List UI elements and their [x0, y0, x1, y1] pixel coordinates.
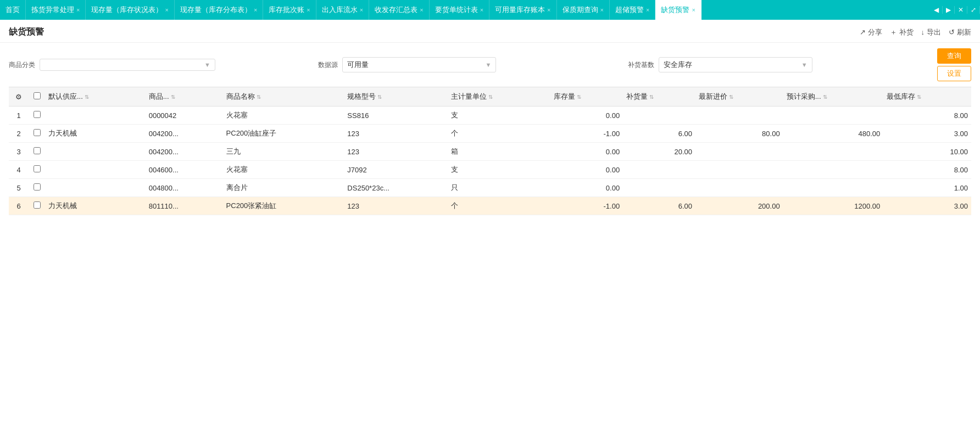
export-button[interactable]: ↓ 导出 [921, 27, 942, 37]
close-tab-abnormal[interactable]: × [76, 7, 80, 13]
sort-product-name-icon[interactable]: ⇅ [257, 94, 261, 100]
sort-default-supplier-icon[interactable]: ⇅ [85, 94, 89, 100]
row-product-code-6: 801110... [146, 197, 223, 215]
row-stock-1: 0.00 [550, 107, 623, 125]
datasource-select[interactable]: 可用量 ▼ [342, 57, 496, 72]
nav-tab-expiry-query[interactable]: 保质期查询 × [557, 0, 610, 20]
replenish-basis-select[interactable]: 安全库存 ▼ [659, 57, 812, 72]
sort-spec-icon[interactable]: ⇅ [377, 94, 382, 100]
table-row[interactable]: 1 0000042 火花塞 SS816 支 0.00 8.00 [9, 107, 971, 125]
row-unit-6: 个 [448, 197, 550, 215]
col-product-name: 商品名称 ⇅ [223, 87, 344, 107]
nav-tab-inventory-dist[interactable]: 现存量（库存分布表） × [175, 0, 263, 20]
row-checkbox-1[interactable] [29, 107, 45, 125]
col-default-supplier: 默认供应... ⇅ [45, 87, 146, 107]
replenish-button[interactable]: ＋ 补货 [890, 27, 914, 37]
table-header: ⚙ 默认供应... ⇅ 商品... ⇅ [9, 87, 971, 107]
col-checkbox-all [29, 87, 45, 107]
row-estimated-purchase-4 [783, 161, 884, 179]
row-stock-3: 0.00 [550, 143, 623, 161]
nav-tab-abnormal[interactable]: 拣货异常处理 × [26, 0, 86, 20]
close-tab-collect-summary[interactable]: × [420, 7, 423, 13]
query-button[interactable]: 查询 [937, 48, 971, 64]
row-spec-5: DS250*23c... [344, 179, 448, 197]
sort-min-stock-icon[interactable]: ⇅ [917, 94, 921, 100]
nav-tab-order-stats[interactable]: 要货单统计表 × [430, 0, 489, 20]
table-row[interactable]: 4 004600... 火花塞 J7092 支 0.00 8.00 [9, 161, 971, 179]
row-stock-6: -1.00 [550, 197, 623, 215]
nav-close-all[interactable]: ✕ [955, 6, 967, 14]
category-dropdown-arrow: ▼ [204, 61, 210, 68]
sort-replenish-qty-icon[interactable]: ⇅ [649, 94, 654, 100]
nav-right-arrow[interactable]: ▶ [943, 6, 955, 14]
nav-tab-shortage[interactable]: 缺货预警 × [655, 0, 701, 20]
table-row[interactable]: 2 力天机械 004200... PC200油缸座子 123 个 -1.00 6… [9, 125, 971, 143]
nav-tab-home[interactable]: 首页 [0, 0, 26, 20]
sort-product-code-icon[interactable]: ⇅ [171, 94, 175, 100]
row-checkbox-5[interactable] [29, 179, 45, 197]
refresh-icon: ↺ [949, 28, 955, 36]
sort-estimated-purchase-icon[interactable]: ⇅ [823, 94, 827, 100]
row-product-code-4: 004600... [146, 161, 223, 179]
table-row[interactable]: 5 004800... 离合片 DS250*23c... 只 0.00 1.00 [9, 179, 971, 197]
settings-button[interactable]: 设置 [937, 66, 971, 81]
page-title: 缺货预警 [9, 26, 44, 38]
row-checkbox-2[interactable] [29, 125, 45, 143]
close-tab-inventory-status[interactable]: × [165, 7, 168, 13]
close-tab-inventory-dist[interactable]: × [254, 7, 257, 13]
row-unit-1: 支 [448, 107, 550, 125]
replenish-basis-dropdown-arrow: ▼ [801, 61, 808, 68]
nav-tab-inventory-status[interactable]: 现存量（库存状况表） × [86, 0, 174, 20]
select-all-checkbox[interactable] [34, 92, 41, 99]
col-unit: 主计量单位 ⇅ [448, 87, 550, 107]
col-min-stock: 最低库存 ⇅ [883, 87, 971, 107]
row-checkbox-3[interactable] [29, 143, 45, 161]
col-replenish-qty-label: 补货量 [626, 92, 648, 102]
close-tab-overstock[interactable]: × [646, 7, 649, 13]
row-spec-6: 123 [344, 197, 448, 215]
close-tab-expiry-query[interactable]: × [600, 7, 604, 13]
close-tab-inout-flow[interactable]: × [360, 7, 363, 13]
action-buttons: 查询 设置 [937, 48, 971, 81]
col-unit-label: 主计量单位 [451, 92, 487, 102]
refresh-button[interactable]: ↺ 刷新 [949, 27, 971, 37]
nav-tab-batch-account[interactable]: 库存批次账 × [263, 0, 316, 20]
close-tab-batch-account[interactable]: × [307, 7, 310, 13]
nav-expand[interactable]: ⤢ [967, 6, 980, 14]
replenish-basis-label: 补货基数 [628, 60, 654, 70]
nav-tab-collect-summary[interactable]: 收发存汇总表 × [369, 0, 429, 20]
sort-stock-icon[interactable]: ⇅ [577, 94, 581, 100]
row-supplier-4 [45, 161, 146, 179]
row-estimated-purchase-6: 1200.00 [783, 197, 884, 215]
table-row[interactable]: 3 004200... 三九 123 箱 0.00 20.00 10.00 [9, 143, 971, 161]
row-latest-price-6: 200.00 [695, 197, 783, 215]
nav-tab-available-ledger[interactable]: 可用量库存账本 × [489, 0, 556, 20]
row-num-1: 1 [9, 107, 29, 125]
table-row[interactable]: 6 力天机械 801110... PC200张紧油缸 123 个 -1.00 6… [9, 197, 971, 215]
settings-gear-icon[interactable]: ⚙ [15, 93, 22, 101]
page-header: 缺货预警 ↗ 分享 ＋ 补货 ↓ 导出 ↺ 刷新 [0, 20, 980, 43]
row-spec-3: 123 [344, 143, 448, 161]
category-select[interactable]: ▼ [40, 59, 215, 71]
row-checkbox-4[interactable] [29, 161, 45, 179]
row-spec-1: SS816 [344, 107, 448, 125]
nav-tab-inout-flow[interactable]: 出入库流水 × [316, 0, 369, 20]
row-checkbox-6[interactable] [29, 197, 45, 215]
close-tab-available-ledger[interactable]: × [547, 7, 550, 13]
row-min-stock-3: 10.00 [883, 143, 971, 161]
row-stock-4: 0.00 [550, 161, 623, 179]
share-button[interactable]: ↗ 分享 [860, 27, 882, 37]
category-label: 商品分类 [9, 60, 35, 70]
nav-left-arrow[interactable]: ◀ [931, 6, 943, 14]
datasource-value: 可用量 [347, 60, 369, 70]
row-supplier-3 [45, 143, 146, 161]
close-tab-order-stats[interactable]: × [480, 7, 483, 13]
sort-latest-price-icon[interactable]: ⇅ [729, 94, 733, 100]
filter-category-group: 商品分类 ▼ [9, 59, 318, 71]
filter-row: 商品分类 ▼ 数据源 可用量 ▼ 补货基数 安全库存 ▼ 查询 设置 [0, 43, 980, 87]
col-latest-price: 最新进价 ⇅ [695, 87, 783, 107]
row-supplier-5 [45, 179, 146, 197]
close-tab-shortage[interactable]: × [692, 7, 695, 13]
nav-tab-overstock[interactable]: 超储预警 × [610, 0, 655, 20]
sort-unit-icon[interactable]: ⇅ [488, 94, 493, 100]
